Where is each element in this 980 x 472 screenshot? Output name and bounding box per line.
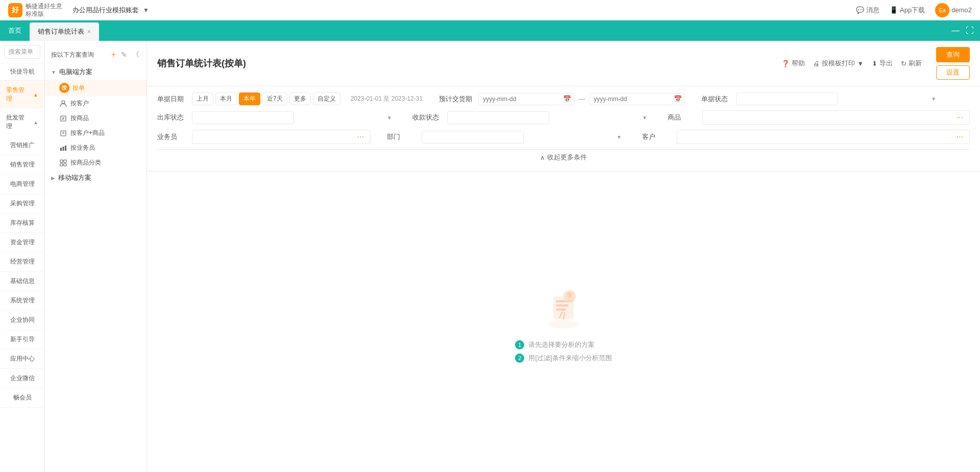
svg-point-21 — [567, 292, 572, 297]
svg-rect-9 — [63, 147, 64, 151]
panel-collapse-btn[interactable]: 《 — [131, 49, 140, 60]
scheme-item-by-product[interactable]: 按商品 — [45, 111, 146, 126]
tab-close-icon[interactable]: × — [87, 28, 91, 35]
tab-minimize-btn[interactable]: — — [949, 24, 962, 37]
refresh-btn[interactable]: ↻ 刷新 — [901, 59, 922, 68]
this-month-btn[interactable]: 本月 — [215, 92, 237, 105]
sidebar-item-purchase[interactable]: 采购管理 — [0, 194, 44, 214]
calendar-from-icon: 📅 — [563, 95, 571, 103]
logo-icon: 好 — [8, 3, 22, 17]
tab-maximize-btn[interactable]: ⛶ — [964, 24, 976, 37]
sidebar-item-wechat[interactable]: 企业微信 — [0, 369, 44, 388]
pay-status-select-wrapper — [447, 111, 651, 124]
filter-row-3: 业务员 ··· 部门 客户 ··· — [157, 130, 970, 144]
message-btn[interactable]: 💬 消息 — [856, 6, 879, 15]
sidebar-item-member[interactable]: 畅会员 — [0, 388, 44, 408]
tab-bar-actions: — ⛶ — [949, 24, 980, 37]
scheme-group-pc: ▼ 电脑端方案 按 按单 按客户 按商品 — [45, 64, 146, 170]
empty-state-illustration — [538, 281, 589, 332]
date-label: 单据日期 — [157, 95, 186, 104]
bill-status-label: 单据状态 — [701, 95, 730, 104]
customer-dots-btn[interactable]: ··· — [954, 132, 965, 141]
scheme-item-by-customer[interactable]: 按客户 — [45, 96, 146, 111]
ship-status-select[interactable] — [192, 111, 294, 124]
svg-rect-13 — [60, 163, 63, 166]
sidebar-item-system[interactable]: 系统管理 — [0, 291, 44, 311]
panel-add-btn[interactable]: + — [110, 49, 117, 60]
scheme-item-by-order[interactable]: 按 按单 — [45, 80, 146, 96]
goods-input[interactable] — [707, 114, 954, 122]
sidebar-item-operation[interactable]: 经营管理 — [0, 252, 44, 272]
page-title: 销售订单统计表(按单) — [157, 57, 246, 76]
scheme-group-mobile-title[interactable]: ▶ 移动端方案 — [45, 170, 146, 185]
sidebar-item-sales[interactable]: 销售管理 — [0, 155, 44, 175]
sidebar-item-ecom[interactable]: 电商管理 — [0, 175, 44, 194]
left-panel: 按以下方案查询 + ✎ 《 ▼ 电脑端方案 按 按单 按客户 — [45, 41, 147, 472]
goods-dots-btn[interactable]: ··· — [954, 113, 965, 122]
empty-tips: 1 请先选择要分析的方案 2 用[过滤]条件来缩小分析范围 — [515, 340, 611, 363]
svg-rect-10 — [65, 146, 66, 151]
sidebar-item-basic[interactable]: 基础信息 — [0, 272, 44, 291]
query-btn[interactable]: 查询 — [936, 47, 970, 62]
scheme-item-by-salesperson[interactable]: 按业务员 — [45, 140, 146, 155]
collapse-more-btn[interactable]: ∧ 收起更多条件 — [157, 149, 970, 165]
expected-date-to-input[interactable] — [589, 93, 685, 105]
this-year-btn[interactable]: 本年 — [239, 92, 260, 105]
dept-select-wrapper — [422, 131, 626, 144]
panel-edit-btn[interactable]: ✎ — [120, 49, 128, 60]
tab-stats[interactable]: 销售订单统计表 × — [30, 22, 99, 41]
sidebar-item-coop[interactable]: 企业协同 — [0, 311, 44, 330]
custom-btn[interactable]: 自定义 — [313, 92, 340, 105]
pay-status-select[interactable] — [447, 111, 549, 124]
customer-input[interactable] — [681, 133, 954, 141]
app-title: 办公用品行业模拟账套 — [72, 6, 139, 15]
expected-date-label: 预计交货期 — [439, 95, 472, 104]
sidebar-item-marketing[interactable]: 营销推广 — [0, 136, 44, 155]
tip-num-2: 2 — [515, 353, 524, 363]
sidebar-item-finance[interactable]: 资金管理 — [0, 233, 44, 252]
scheme-group-pc-title[interactable]: ▼ 电脑端方案 — [45, 64, 146, 80]
app-download-btn[interactable]: 📱 App下载 — [890, 6, 925, 15]
panel-header: 按以下方案查询 + ✎ 《 — [45, 45, 146, 64]
user-menu[interactable]: Ea demo2 — [935, 3, 972, 17]
help-btn[interactable]: ❓ 帮助 — [781, 59, 805, 68]
scheme-item-by-category[interactable]: 按商品分类 — [45, 155, 146, 170]
svg-rect-11 — [60, 160, 63, 162]
svg-rect-14 — [64, 163, 66, 166]
ship-status-label: 出库状态 — [157, 113, 186, 122]
tab-home[interactable]: 首页 — [0, 20, 30, 41]
export-btn[interactable]: ⬇ 导出 — [872, 59, 893, 68]
sidebar-item-apps[interactable]: 应用中心 — [0, 349, 44, 369]
print-btn[interactable]: 🖨 按模板打印 ▼ — [813, 59, 864, 68]
sidebar-quick-nav-btn[interactable]: 快捷导航 — [0, 63, 44, 81]
salesperson-dots-btn[interactable]: ··· — [355, 132, 366, 141]
goods-input-area: ··· — [702, 110, 970, 125]
sidebar-item-retail[interactable]: 零售管理 ▲ — [0, 81, 44, 108]
print-icon: 🖨 — [813, 60, 820, 67]
last-7-btn[interactable]: 近7天 — [262, 92, 287, 105]
help-icon: ❓ — [781, 60, 790, 67]
expected-date-from-input[interactable] — [478, 93, 574, 105]
sidebar: 搜索菜单 快捷导航 零售管理 ▲ 批发管理 ▲ 营销推广 销售管理 电商管理 采… — [0, 41, 45, 472]
app-title-dropdown[interactable]: ▼ — [143, 7, 149, 14]
expected-date-to-wrapper: 📅 — [589, 93, 685, 105]
sidebar-item-inventory[interactable]: 库存核算 — [0, 214, 44, 233]
bill-status-select[interactable] — [736, 92, 838, 105]
last-month-btn[interactable]: 上月 — [192, 92, 213, 105]
scheme-item-by-cust-prod[interactable]: 按客户+商品 — [45, 126, 146, 140]
by-order-icon: 按 — [59, 83, 69, 93]
scheme-group-mobile: ▶ 移动端方案 — [45, 170, 146, 185]
svg-rect-12 — [64, 160, 66, 162]
more-btn[interactable]: 更多 — [289, 92, 311, 105]
customer-input-area: ··· — [677, 130, 970, 144]
refresh-icon: ↻ — [901, 60, 906, 67]
salesperson-input[interactable] — [197, 133, 355, 141]
settings-btn[interactable]: 设置 — [936, 65, 970, 80]
dept-select[interactable] — [422, 131, 524, 144]
sidebar-item-wholesale[interactable]: 批发管理 ▲ — [0, 108, 44, 136]
sidebar-search-btn[interactable]: 搜索菜单 — [4, 45, 40, 59]
sidebar-item-guide[interactable]: 新手引导 — [0, 330, 44, 349]
svg-rect-19 — [556, 309, 566, 311]
salesperson-input-area: ··· — [192, 130, 371, 144]
ship-status-select-wrapper — [192, 111, 396, 124]
